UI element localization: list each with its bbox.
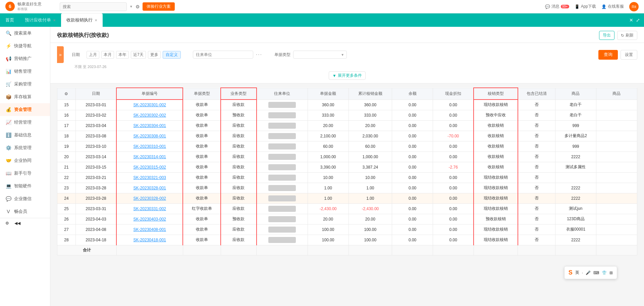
watermark-shirt-icon: 👕 (602, 270, 607, 275)
sidebar-item-purchase[interactable]: 🛒 采购管理 (0, 78, 50, 90)
search-input[interactable] (60, 2, 127, 11)
tab-receivable-close-icon[interactable]: ✕ (53, 18, 56, 22)
app-download-item[interactable]: 📱 App下载 (575, 4, 596, 9)
sidebar-item-quicknav[interactable]: ⚡ 快捷导航 (0, 40, 50, 52)
table-row: 16 2023-03-02 SK-20230302-002 收款单 预收款 ██… (57, 110, 637, 120)
col-header-amount: 单据金额 (308, 88, 348, 100)
sidebar-item-inventory[interactable]: 📦 库存核算 (0, 90, 50, 103)
type-filter-label: 单据类型 (274, 52, 290, 58)
cell-cancel-type: 现结收款核销 (474, 193, 518, 203)
message-badge: 99+ (561, 5, 569, 8)
order-link[interactable]: SK-20230304-001 (133, 123, 166, 128)
order-link[interactable]: SK-20230328-002 (133, 196, 166, 201)
settings-bottom-icon[interactable]: ⚙ (5, 221, 9, 226)
collapse-icon[interactable]: ◀◀ (14, 221, 20, 226)
order-link[interactable]: SK-20230308-001 (133, 134, 166, 138)
sidebar-item-operations[interactable]: 📈 经营管理 (0, 116, 50, 129)
gear-icon[interactable]: ⚙ (136, 4, 140, 9)
message-item[interactable]: 💬 消息 99+ (545, 4, 569, 9)
online-service-item[interactable]: 👤 在线客服 (601, 4, 624, 9)
order-link[interactable]: SK-20230321-003 (133, 175, 166, 180)
cell-included: 否 (518, 235, 555, 245)
table-row: 23 2023-03-28 SK-20230328-001 收款单 应收款 ██… (57, 183, 637, 193)
setting-button[interactable]: 设置 (621, 50, 637, 60)
order-link[interactable]: SK-20230408-001 (133, 227, 166, 232)
cell-unit: ████ (257, 224, 308, 235)
order-link[interactable]: SK-20230315-002 (133, 165, 166, 170)
hardware-icon: 💻 (5, 183, 11, 189)
cell-no: 16 (57, 110, 76, 120)
order-link[interactable]: SK-20230331-002 (133, 206, 166, 211)
filter-toggle-button[interactable]: » (57, 46, 64, 63)
sidebar-item-system[interactable]: ⚙️ 系统管理 (0, 141, 50, 154)
date-btn-7days[interactable]: 近7天 (131, 51, 146, 59)
cell-discount: 0.00 (433, 120, 474, 131)
cell-order-no: SK-20230314-001 (116, 151, 183, 162)
user-avatar[interactable]: Rit (629, 2, 639, 11)
cell-product: 多计量商品2 (555, 131, 596, 141)
order-link[interactable]: SK-20230302-002 (133, 113, 166, 118)
cell-amount: 1.00 (308, 193, 348, 203)
tab-receivable[interactable]: 预计应收付单 ✕ (19, 13, 61, 27)
sidebar-item-collab[interactable]: 🤝 企业协同 (0, 154, 50, 167)
cell-cancel-type: 预收中应收 (474, 110, 518, 120)
cell-order-no: SK-20230328-001 (116, 183, 183, 193)
cell-no: 15 (57, 100, 76, 110)
cell-order-no: SK-20230302-002 (116, 110, 183, 120)
logo-text: 畅康道好生意 (17, 2, 42, 6)
footer-label: 合计 (57, 245, 117, 255)
sidebar-item-basics[interactable]: ℹ️ 基础信息 (0, 129, 50, 141)
filter-type-area: 单据类型 ▼ (274, 51, 347, 59)
cell-balance: 0.00 (392, 235, 433, 245)
sidebar-item-finance[interactable]: 💰 资金管理 (0, 103, 50, 116)
cell-no: 23 (57, 183, 76, 193)
order-link[interactable]: SK-20230418-001 (133, 238, 166, 242)
order-link[interactable]: SK-20230314-001 (133, 155, 166, 159)
order-link[interactable]: SK-20230310-001 (133, 144, 166, 149)
logo-badge: 标推版 (17, 7, 42, 11)
type-filter-select[interactable] (293, 51, 347, 59)
service-icon: 👤 (601, 4, 606, 9)
cell-product2 (596, 172, 637, 183)
cell-balance: 0.00 (392, 131, 433, 141)
sidebar-item-search[interactable]: 🔍 搜索菜单 (0, 27, 50, 40)
tab-close-all-icon[interactable]: ✕ (629, 17, 633, 23)
order-link[interactable]: SK-20230301-002 (133, 103, 166, 107)
cell-date: 2023-03-31 (75, 203, 116, 214)
sidebar-item-wechat[interactable]: 💬 企业微信 (0, 192, 50, 205)
unit-filter-input[interactable] (193, 51, 253, 59)
cell-no: 21 (57, 162, 76, 172)
cell-biz-type: 预收款 (221, 110, 257, 120)
tab-cancellation[interactable]: 收款核销执行 ✕ (61, 13, 103, 27)
cell-date: 2023-04-18 (75, 235, 116, 245)
sidebar-item-vip[interactable]: V 畅会员 (0, 205, 50, 218)
date-btn-this-year[interactable]: 本年 (116, 51, 129, 59)
date-btn-more[interactable]: 更多 (148, 51, 161, 59)
sidebar-item-marketing[interactable]: 📢 营销推广 (0, 52, 50, 65)
cell-included: 否 (518, 172, 555, 183)
tab-expand-icon[interactable]: ⤢ (636, 17, 640, 23)
watermark-keyboard-icon: ⌨ (593, 270, 599, 275)
export-button[interactable]: 导出 (599, 31, 614, 40)
sidebar-item-sales[interactable]: 📊 销售管理 (0, 65, 50, 78)
tab-cancellation-close-icon[interactable]: ✕ (95, 18, 97, 22)
cell-date: 2023-03-28 (75, 183, 116, 193)
tab-home[interactable]: 首页 (0, 13, 19, 27)
sidebar-item-guide[interactable]: 📖 新手引导 (0, 167, 50, 180)
cell-no: 26 (57, 214, 76, 224)
date-custom-badge[interactable]: 自定义 (163, 51, 181, 59)
date-btn-this-month[interactable]: 本月 (101, 51, 114, 59)
sidebar-item-hardware[interactable]: 💻 智能硬件 (0, 180, 50, 192)
table-row: 26 2023-04-03 SK-20230403-002 收款单 预收款 ██… (57, 214, 637, 224)
refresh-button[interactable]: ↻ 刷新 (617, 31, 637, 40)
footer-discount (433, 245, 474, 255)
industry-solution-button[interactable]: 体验行业方案 (143, 2, 175, 11)
expand-conditions-button[interactable]: ▼ 展开更多条件 (329, 71, 366, 80)
order-link[interactable]: SK-20230403-002 (133, 217, 166, 222)
date-btn-last-month[interactable]: 上月 (87, 51, 99, 59)
table-container[interactable]: ⚙ 日期 单据编号 单据类型 业务类型 往来单位 单据金额 累计核销金额 余额 … (50, 83, 644, 306)
footer-product2 (596, 245, 637, 255)
data-table: ⚙ 日期 单据编号 单据类型 业务类型 往来单位 单据金额 累计核销金额 余额 … (57, 87, 637, 255)
order-link[interactable]: SK-20230328-001 (133, 186, 166, 190)
query-button[interactable]: 查询 (598, 50, 618, 60)
